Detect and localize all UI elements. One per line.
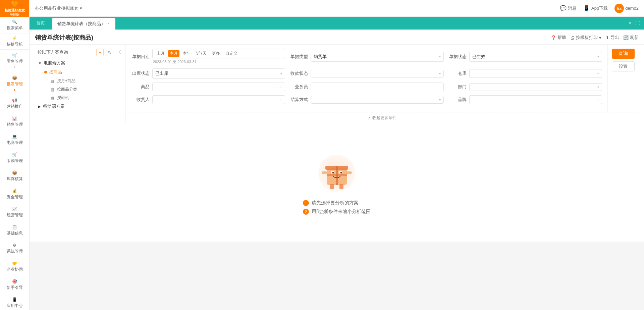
message-btn[interactable]: 💬 消息 [560, 5, 577, 11]
template-print-label: 按模板打印 [576, 35, 598, 41]
sidebar-item-guide[interactable]: 🎯 新手引导 [0, 276, 29, 294]
outbound-value: 已出库 [155, 70, 168, 76]
purchase-icon: 🛒 [12, 152, 17, 157]
sidebar-item-quick-nav[interactable]: ⚡ 快捷导航 [0, 34, 29, 50]
breadcrumb-dropdown[interactable]: 办公用品行业模拟账套 ▾ [35, 5, 82, 11]
main-area: 办公用品行业模拟账套 ▾ 💬 消息 📱 App下载 Ea demo2 首页 [30, 0, 644, 310]
management-icon: 📈 [12, 207, 17, 211]
svg-point-8 [340, 172, 342, 174]
wholesale-arrow: ▲ [13, 88, 16, 91]
query-button[interactable]: 查询 [612, 49, 635, 59]
doc-type-arrow: ▾ [439, 55, 441, 58]
sidebar-item-retail[interactable]: 🛒 零售管理 ▼ [0, 50, 29, 72]
sidebar-item-marketing[interactable]: 📢 营销推广 [0, 95, 29, 113]
collapse-panel-btn[interactable]: 《 [115, 49, 122, 56]
sidebar-item-system[interactable]: ⚙ 系统管理 [0, 240, 29, 258]
sidebar-menu: 🛒 零售管理 ▼ 📦 批发管理 ▲ 📢 营销推广 📊 销售管理 💻 电商管理 🛒… [0, 50, 29, 310]
sidebar-item-management[interactable]: 📈 经营管理 [0, 203, 29, 221]
department-select[interactable]: ▾ [469, 83, 602, 91]
scheme-sub-item-month-product[interactable]: ▦ 按月+商品 [48, 77, 122, 85]
brand-picker[interactable]: ··· [469, 95, 602, 104]
ecommerce-icon: 💻 [12, 134, 17, 139]
collapse-icon: 《 [116, 49, 121, 55]
scheme-item-by-product[interactable]: 按商品 [43, 67, 122, 77]
collapse-bar[interactable]: ∧ 收起更多条件 [125, 112, 639, 123]
tab-maximize-btn[interactable]: ⛶ [634, 20, 641, 27]
doc-status-select[interactable]: 已生效 ▾ [469, 52, 602, 62]
tab-sales-stat[interactable]: 销货单统计表（按商品） × [52, 18, 115, 30]
product-picker[interactable]: ··· [152, 83, 285, 91]
sub-item-icon-1: ▦ [50, 79, 55, 84]
help-btn[interactable]: ❓ 帮助 [551, 35, 566, 41]
date-tab-last-month[interactable]: 上月 [155, 50, 167, 57]
edit-scheme-btn[interactable]: ✎ [106, 49, 113, 56]
finance-icon: 💰 [12, 189, 17, 193]
tip-text-1: 请先选择要分析的方案 [312, 200, 359, 206]
inventory-label: 库存核算 [7, 176, 23, 182]
empty-tips: 1 请先选择要分析的方案 2 用[过滤]条件来缩小分析范围 [303, 200, 371, 215]
help-icon: ❓ [551, 35, 556, 40]
template-print-arrow: ▾ [599, 35, 601, 40]
sidebar-item-sales[interactable]: 📊 销售管理 [0, 113, 29, 131]
refresh-btn[interactable]: 🔄 刷新 [623, 35, 639, 41]
template-print-btn[interactable]: 🖨 按模板打印 ▾ [570, 35, 601, 41]
user-area[interactable]: Ea demo2 [614, 4, 639, 13]
header-left: 办公用品行业模拟账套 ▾ [35, 5, 82, 11]
sidebar-item-purchase[interactable]: 🛒 采购管理 [0, 149, 29, 167]
active-dot [44, 71, 47, 73]
tab-close-btn[interactable]: × [107, 21, 110, 26]
message-icon: 💬 [560, 5, 567, 11]
payment-method-arrow: ▾ [439, 98, 441, 102]
scheme-sub-item-driver[interactable]: ▦ 按司机 [48, 94, 122, 102]
filter-fields-and-btns: 单据日期 上月 本月 本年 近7天 更多 [125, 45, 639, 112]
date-tab-custom[interactable]: 自定义 [223, 50, 239, 57]
receiver-picker[interactable]: ··· [152, 95, 285, 104]
sidebar-item-inventory[interactable]: 📦 库存核算 [0, 167, 29, 185]
tab-minimize-btn[interactable]: × [627, 20, 633, 27]
sidebar-item-finance[interactable]: 💰 资金管理 [0, 185, 29, 203]
empty-tip-1: 1 请先选择要分析的方案 [303, 200, 371, 206]
filter-left-actions: + ✎ 《 [96, 49, 122, 56]
filter-row-1: 单据日期 上月 本月 本年 近7天 更多 [131, 49, 602, 64]
add-scheme-btn[interactable]: + [96, 49, 104, 56]
doc-status-arrow: ▾ [597, 55, 599, 58]
sidebar-item-collab[interactable]: 🤝 企业协同 [0, 258, 29, 276]
sidebar-item-wholesale[interactable]: 📦 批发管理 ▲ [0, 72, 29, 95]
scheme-group-desktop-header[interactable]: ▼ 电脑端方案 [38, 59, 122, 67]
outbound-select[interactable]: 已出库 ▾ [152, 68, 285, 79]
page-content: 销货单统计表(按商品) ❓ 帮助 🖨 按模板打印 ▾ ⬆ 导出 [30, 30, 644, 310]
refresh-label: 刷新 [630, 35, 639, 41]
outbound-label: 出库状态 [131, 70, 150, 76]
payment-method-select[interactable]: ▾ [311, 96, 443, 104]
date-tab-this-month[interactable]: 本月 [168, 50, 179, 57]
scheme-group-mobile-header[interactable]: ▶ 移动端方案 [38, 102, 122, 111]
sub-item-label-2: 按商品分类 [57, 87, 77, 92]
filter-row-4: 收货人 ··· 结算方式 [131, 95, 602, 104]
doc-type-label: 单据类型 [289, 54, 308, 60]
date-tab-this-year[interactable]: 本年 [181, 50, 193, 57]
tab-home[interactable]: 首页 [30, 17, 52, 30]
warehouse-picker[interactable]: ··· [469, 69, 602, 78]
filter-row-3: 商品 ··· 业务员 [131, 83, 602, 91]
sidebar-item-app-center[interactable]: 📱 应用中心 [0, 294, 29, 310]
app-download-btn[interactable]: 📱 App下载 [583, 5, 608, 11]
department-label: 部门 [448, 84, 467, 90]
collab-icon: 🤝 [12, 261, 17, 266]
set-button[interactable]: 设置 [612, 61, 635, 71]
payment-select[interactable]: ▾ [311, 70, 443, 78]
sidebar-item-basics[interactable]: 📋 基础信息 [0, 221, 29, 240]
salesperson-picker[interactable]: ··· [311, 83, 443, 91]
filter-field-payment-method: 结算方式 ▾ [289, 96, 443, 104]
doc-type-select[interactable]: 销货单 ▾ [311, 52, 443, 62]
scheme-sub-item-category[interactable]: ▦ 按商品分类 [48, 85, 122, 94]
marketing-label: 营销推广 [7, 104, 23, 109]
sidebar-item-search[interactable]: 🔍 搜索菜单 [0, 17, 29, 34]
export-btn[interactable]: ⬆ 导出 [605, 35, 619, 41]
app-center-icon: 📱 [12, 297, 17, 302]
date-tab-7days[interactable]: 近7天 [194, 50, 209, 57]
scheme-group-mobile: ▶ 移动端方案 [38, 102, 122, 111]
svg-rect-9 [322, 171, 327, 174]
date-tab-more[interactable]: 更多 [210, 50, 222, 57]
basics-icon: 📋 [12, 225, 17, 229]
sidebar-item-ecommerce[interactable]: 💻 电商管理 [0, 131, 29, 149]
